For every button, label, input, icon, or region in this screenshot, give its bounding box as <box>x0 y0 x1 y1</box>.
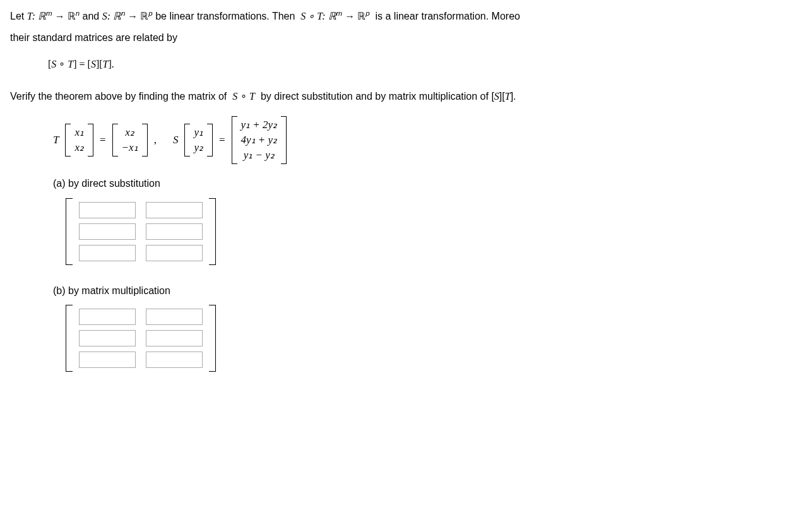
matrix-b-r3c2[interactable] <box>146 352 203 368</box>
part-b-label: (b) by matrix multiplication <box>53 283 798 299</box>
matrix-a-r3c2[interactable] <box>146 245 203 261</box>
theorem-equation: [S ∘ T] = [S][T]. <box>48 56 798 73</box>
theorem-line-1: Let T: ℝm → ℝn and S: ℝn → ℝp be linear … <box>10 8 798 25</box>
matrix-b-r2c2[interactable] <box>146 330 203 346</box>
matrix-a-r1c1[interactable] <box>79 202 136 218</box>
part-a-label: (a) by direct substitution <box>53 175 798 192</box>
matrix-b-r2c1[interactable] <box>79 330 136 346</box>
verify-instruction: Verify the theorem above by finding the … <box>10 88 798 105</box>
transformation-definitions: T x₁ x₂ = x₂ −x₁ , S y₁ y₂ = y₁ + 2y₂ 4y… <box>53 116 798 164</box>
matrix-b-r1c2[interactable] <box>146 309 203 325</box>
matrix-a-r2c1[interactable] <box>79 223 136 240</box>
matrix-a-r2c2[interactable] <box>146 223 203 240</box>
matrix-a-r3c1[interactable] <box>79 245 136 261</box>
theorem-line-2: their standard matrices are related by <box>10 30 798 46</box>
matrix-b-r1c1[interactable] <box>79 309 136 325</box>
matrix-a <box>66 198 798 265</box>
matrix-b <box>66 305 798 372</box>
matrix-a-r1c2[interactable] <box>146 202 203 218</box>
matrix-b-r3c1[interactable] <box>79 352 136 368</box>
